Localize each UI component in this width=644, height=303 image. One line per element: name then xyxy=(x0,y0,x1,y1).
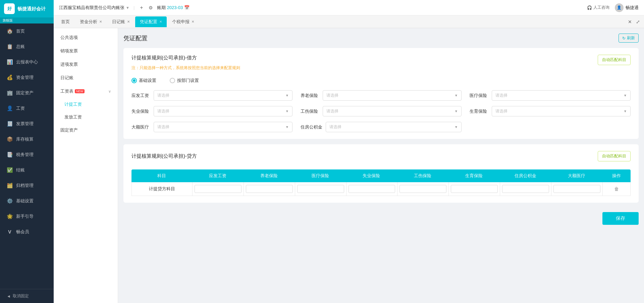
menu-payroll-pay-label: 发放工资 xyxy=(64,114,82,119)
payroll-expand-icon: ∨ xyxy=(108,89,111,94)
tab-tax[interactable]: 个税申报 ✕ xyxy=(167,16,199,27)
menu-public-label: 公共选项 xyxy=(60,35,78,41)
sidebar-item-reports[interactable]: 📊 云报表中心 xyxy=(0,54,54,70)
sidebar-item-home[interactable]: 🏠 首页 xyxy=(0,23,54,39)
select-placeholder: 请选择 xyxy=(495,93,507,98)
menu-fixed-assets[interactable]: 固定资产 xyxy=(54,123,118,137)
menu-payroll-table[interactable]: 工资表 NEW ∨ xyxy=(54,85,118,98)
close-tab-btn[interactable]: ✕ xyxy=(627,18,633,26)
cancel-fixed-btn[interactable]: ◄ 取消固定 xyxy=(0,289,54,303)
td-unemployment-input[interactable] xyxy=(348,185,395,193)
select-injury[interactable]: 请选择 ▼ xyxy=(323,106,462,116)
radio-dept[interactable]: 按部门设置 xyxy=(170,78,199,84)
user-menu[interactable]: 👤 畅捷通 xyxy=(615,3,639,12)
td-maternity-input[interactable] xyxy=(451,185,498,193)
chevron-down-icon: ▼ xyxy=(454,125,458,129)
sidebar-item-assets[interactable]: 🏢 固定资产 xyxy=(0,85,54,101)
td-maternity-input-cell xyxy=(449,182,500,196)
radio-basic-circle xyxy=(131,78,137,83)
td-injury-input[interactable] xyxy=(399,185,446,193)
sidebar-item-label: 归档管理 xyxy=(16,183,34,189)
tab-journal[interactable]: 日记账 ✕ xyxy=(107,16,135,27)
menu-sales[interactable]: 销项发票 xyxy=(54,44,118,58)
sidebar-logo[interactable]: 好 畅捷通好会计 xyxy=(0,0,54,17)
menu-purchase[interactable]: 进项发票 xyxy=(54,58,118,71)
th-major-medical: 大额医疗 xyxy=(551,169,602,182)
td-gross-input-cell xyxy=(193,182,244,196)
tab-capital[interactable]: 资金分析 ✕ xyxy=(75,16,107,27)
sidebar-item-settings[interactable]: ⚙️ 基础设置 xyxy=(0,193,54,209)
company-selector[interactable]: 江西服宝精品有限责任公司内账张 ▼ xyxy=(59,5,129,11)
auto-match-credit-button[interactable]: 自动匹配科目 xyxy=(598,151,631,161)
td-housing-input[interactable] xyxy=(502,185,549,193)
td-delete-cell: 🗑 xyxy=(603,182,630,196)
tab-voucher[interactable]: 凭证配置 ✕ xyxy=(135,16,167,27)
save-button[interactable]: 保存 xyxy=(602,212,639,225)
menu-public[interactable]: 公共选项 xyxy=(54,31,118,44)
sidebar-item-inventory[interactable]: 📦 库存核算 xyxy=(0,132,54,147)
sidebar-item-ledger[interactable]: 📋 总账 xyxy=(0,39,54,54)
menu-payroll-calc[interactable]: 计提工资 xyxy=(54,98,118,111)
page-header: 凭证配置 ↻ 刷新 xyxy=(123,34,639,43)
select-placeholder: 请选择 xyxy=(157,93,169,98)
select-major-medical[interactable]: 请选择 ▼ xyxy=(154,122,292,132)
salary-icon: 👤 xyxy=(7,105,13,111)
sidebar-item-salary[interactable]: 👤 工资 xyxy=(0,101,54,116)
tab-capital-label: 资金分析 xyxy=(80,19,97,25)
menu-payroll-pay[interactable]: 发放工资 xyxy=(54,111,118,123)
select-medical[interactable]: 请选择 ▼ xyxy=(492,90,631,101)
sidebar-item-guide[interactable]: 🌟 新手引导 xyxy=(0,209,54,224)
sidebar-item-label: 库存核算 xyxy=(16,136,34,142)
td-pension-input[interactable] xyxy=(246,185,293,193)
delete-row-button[interactable]: 🗑 xyxy=(614,186,619,192)
td-gross-input[interactable] xyxy=(195,185,241,193)
reports-icon: 📊 xyxy=(7,59,13,65)
auto-match-debit-button[interactable]: 自动匹配科目 xyxy=(598,55,631,65)
company-dropdown-icon: ▼ xyxy=(126,6,129,10)
refresh-button[interactable]: ↻ 刷新 xyxy=(619,34,639,43)
radio-basic[interactable]: 基础设置 xyxy=(131,78,156,84)
tab-journal-close[interactable]: ✕ xyxy=(127,20,130,23)
add-button[interactable]: + xyxy=(139,3,144,12)
sidebar-item-label: 资金管理 xyxy=(16,74,34,81)
select-housing-fund[interactable]: 请选择 ▼ xyxy=(326,122,462,132)
topbar-settings-icon[interactable]: ⚙ xyxy=(149,5,153,10)
td-major-medical-input[interactable] xyxy=(553,185,600,193)
select-gross-salary[interactable]: 请选择 ▼ xyxy=(154,90,292,101)
select-placeholder: 请选择 xyxy=(157,124,169,130)
tab-voucher-close[interactable]: ✕ xyxy=(159,20,162,23)
section-debit: 计提核算规则(公司承担)-借方 注：只能选择一种方式，系统将按照您当前的选择来配… xyxy=(123,48,639,139)
sidebar-version: 旗舰版 xyxy=(0,17,54,23)
form-item-pension: 养老保险 请选择 ▼ xyxy=(301,90,462,101)
tab-capital-close[interactable]: ✕ xyxy=(99,20,102,23)
sidebar-item-archive[interactable]: 🗂️ 归档管理 xyxy=(0,178,54,193)
sidebar-item-close[interactable]: ✅ 结账 xyxy=(0,162,54,178)
th-maternity: 生育保险 xyxy=(448,169,500,182)
service-label: 人工咨询 xyxy=(593,5,609,10)
radio-basic-label: 基础设置 xyxy=(139,78,156,84)
select-placeholder: 请选择 xyxy=(326,108,338,114)
section-debit-notice: 注：只能选择一种方式，系统将按照您当前的选择来配置规则 xyxy=(131,65,240,71)
home-icon: 🏠 xyxy=(7,28,13,34)
td-medical-input[interactable] xyxy=(297,185,344,193)
select-placeholder: 请选择 xyxy=(157,108,169,114)
sidebar-item-label: 总账 xyxy=(16,44,25,50)
inventory-icon: 📦 xyxy=(7,136,13,142)
left-panel: 公共选项 销项发票 进项发票 日记账 工资表 NEW ∨ 计提工资 发放工资 xyxy=(54,28,118,303)
service-button[interactable]: 🎧 人工咨询 xyxy=(587,5,609,10)
sidebar-item-invoice[interactable]: 🧾 发票管理 xyxy=(0,116,54,132)
menu-journal[interactable]: 日记账 xyxy=(54,71,118,85)
expand-tab-btn[interactable]: ⤢ xyxy=(635,18,641,26)
section-debit-header: 计提核算规则(公司承担)-借方 注：只能选择一种方式，系统将按照您当前的选择来配… xyxy=(131,55,631,76)
select-unemployment[interactable]: 请选择 ▼ xyxy=(154,106,292,116)
tab-home[interactable]: 首页 xyxy=(56,16,74,27)
period-selector[interactable]: 账期 2023-03 📅 xyxy=(157,5,190,11)
sidebar-item-tax[interactable]: 📑 税务管理 xyxy=(0,147,54,162)
select-maternity[interactable]: 请选择 ▼ xyxy=(492,106,631,116)
select-pension[interactable]: 请选择 ▼ xyxy=(323,90,462,101)
th-operation: 操作 xyxy=(602,169,631,182)
tab-tax-close[interactable]: ✕ xyxy=(192,20,194,23)
sidebar-item-vip[interactable]: V 畅会员 xyxy=(0,224,54,240)
td-medical-input-cell xyxy=(295,182,346,196)
sidebar-item-capital[interactable]: 💰 资金管理 xyxy=(0,70,54,85)
